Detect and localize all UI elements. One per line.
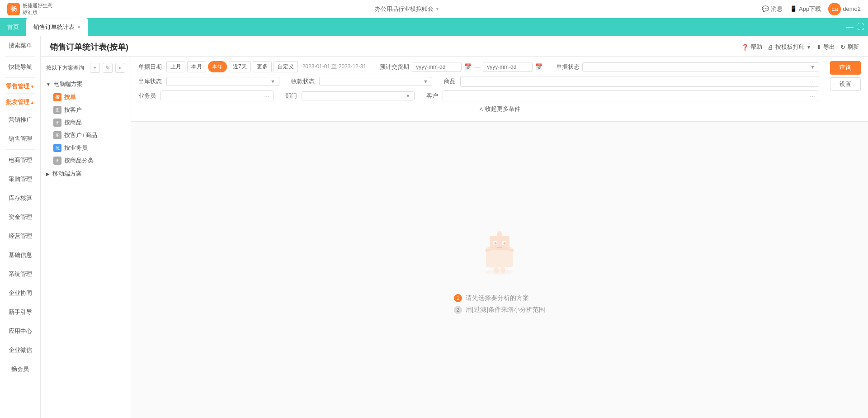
sidebar-item-operations[interactable]: 经营管理	[0, 227, 40, 246]
expected-date-from[interactable]	[412, 62, 462, 72]
goods-more-icon[interactable]: ···	[810, 78, 815, 85]
collapse-row[interactable]: ∧ 收起更多条件	[138, 101, 861, 117]
payment-select[interactable]: ▼	[319, 77, 432, 86]
tree-mobile-expand-icon: ▶	[46, 171, 50, 176]
sidebar-item-search[interactable]: 搜索菜单	[0, 36, 40, 55]
tip-1-num: 1	[454, 294, 462, 302]
tree-pc-schemes[interactable]: ▼ 电脑端方案	[44, 77, 127, 91]
sidebar-item-wechat[interactable]: 企业微信	[0, 341, 40, 360]
customer-input[interactable]: ···	[443, 90, 819, 101]
cal-from-icon[interactable]: 📅	[464, 63, 472, 70]
sidebar-item-retail[interactable]: 零售管理 ▼	[0, 79, 40, 92]
add-scheme-button[interactable]: +	[90, 63, 100, 73]
shipment-select[interactable]: ▼	[166, 77, 279, 86]
left-panel-title: 按以下方案查询	[46, 64, 84, 72]
tip-2-text: 用[过滤]条件来缩小分析范围	[466, 306, 545, 314]
date-last-month-btn[interactable]: 上月	[166, 61, 185, 72]
minimize-icon[interactable]: —	[846, 23, 854, 31]
goods-label: 商品	[444, 77, 456, 86]
date-this-year-btn[interactable]: 本年	[208, 61, 227, 72]
salesperson-input[interactable]: ···	[160, 90, 274, 101]
tree-child-by-customer-goods[interactable]: 图 按客户+商品	[52, 129, 127, 142]
tree-child-by-customer[interactable]: 图 按客户	[52, 104, 127, 116]
date-custom-btn[interactable]: 自定义	[274, 61, 298, 72]
export-button[interactable]: ⬇ 导出	[816, 43, 835, 51]
tree-child-by-goods[interactable]: 图 按商品	[52, 116, 127, 129]
svg-point-0	[486, 269, 513, 275]
sidebar-item-app-center[interactable]: 应用中心	[0, 322, 40, 341]
date-this-month-btn[interactable]: 本月	[187, 61, 206, 72]
sidebar-item-marketing[interactable]: 营销推广	[0, 110, 40, 129]
left-panel-actions: + ✎ «	[90, 63, 125, 73]
collapse-panel-button[interactable]: «	[115, 63, 125, 73]
empty-tips: 1 请先选择要分析的方案 2 用[过滤]条件来缩小分析范围	[454, 294, 545, 318]
sidebar-item-system[interactable]: 系统管理	[0, 265, 40, 284]
sidebar-item-enterprise-collab[interactable]: 企业协同	[0, 284, 40, 303]
print-arrow-icon: ▼	[807, 45, 811, 50]
avatar: Ea	[828, 3, 841, 15]
tree-mobile-label: 移动端方案	[52, 170, 82, 178]
template-print-button[interactable]: 🖨 按模板打印 ▼	[768, 43, 811, 51]
tab-close-icon[interactable]: ×	[77, 24, 80, 30]
sidebar: 搜索菜单 快捷导航 零售管理 ▼ 批发管理 ▲ 营销推广 销售管理 电商管理 采…	[0, 36, 41, 418]
expected-date-to[interactable]	[483, 62, 533, 72]
sidebar-item-finance[interactable]: 资金管理	[0, 208, 40, 227]
tree-parent-label: 电脑端方案	[53, 80, 83, 88]
nav-tabs: 首页 销售订单统计表 × — ⛶	[0, 18, 868, 36]
svg-rect-7	[497, 247, 502, 248]
date-range-display: 2023-01-01 至 2023-12-31	[302, 63, 366, 71]
tree-child-by-category[interactable]: 图 按商品分类	[52, 154, 127, 167]
tab-home[interactable]: 首页	[0, 18, 26, 36]
query-button[interactable]: 查询	[830, 61, 861, 75]
left-panel: 按以下方案查询 + ✎ « ▼ 电脑端方案 按	[41, 57, 131, 418]
app-download-button[interactable]: 📱 App下载	[790, 5, 821, 13]
filter-row-2: 出库状态 ▼ 收款状态 ▼ 商品	[138, 76, 819, 87]
date-last7-btn[interactable]: 近7天	[229, 61, 251, 72]
main-layout: 搜索菜单 快捷导航 零售管理 ▼ 批发管理 ▲ 营销推广 销售管理 电商管理 采…	[0, 36, 868, 418]
sidebar-item-guide[interactable]: 新手引导	[0, 303, 40, 322]
message-button[interactable]: 💬 消息	[762, 5, 783, 13]
expected-date-label: 预计交货期	[380, 63, 409, 71]
status-select[interactable]: ▼	[582, 62, 819, 71]
empty-illustration	[472, 222, 527, 285]
page-header: 销售订单统计表(按单) ❓ 帮助 🖨 按模板打印 ▼ ⬇ 导出 ↻ 刷新	[41, 36, 868, 57]
app-title-area[interactable]: 办公用品行业模拟账套 ▼	[375, 5, 440, 13]
refresh-icon: ↻	[840, 44, 845, 51]
username: demo2	[843, 5, 861, 12]
svg-rect-9	[509, 249, 514, 252]
tree-mobile-schemes[interactable]: ▶ 移动端方案	[44, 167, 127, 180]
filter-row-3: 业务员 ··· 部门 ▼ 客户	[138, 90, 819, 101]
dept-select[interactable]: ▼	[302, 91, 415, 100]
refresh-button[interactable]: ↻ 刷新	[840, 43, 859, 51]
tab-sales-order-stats[interactable]: 销售订单统计表 ×	[26, 18, 88, 36]
sidebar-item-sales[interactable]: 销售管理	[0, 129, 40, 148]
svg-point-6	[504, 242, 506, 245]
maximize-icon[interactable]: ⛶	[857, 23, 864, 31]
scheme-label-goods: 按商品	[64, 119, 82, 127]
customer-more-icon[interactable]: ···	[810, 92, 815, 100]
sidebar-item-basic-info[interactable]: 基础信息	[0, 246, 40, 265]
tip-2-num: 2	[454, 306, 462, 314]
sidebar-item-purchase[interactable]: 采购管理	[0, 170, 40, 189]
logo-icon: 畅	[7, 3, 20, 15]
top-bar-right: 💬 消息 📱 App下载 Ea demo2	[762, 3, 861, 15]
sidebar-item-ecommerce[interactable]: 电商管理	[0, 151, 40, 170]
help-button[interactable]: ❓ 帮助	[741, 43, 762, 51]
sidebar-item-inventory[interactable]: 库存核算	[0, 189, 40, 208]
svg-rect-11	[500, 267, 505, 273]
goods-input[interactable]: ···	[460, 76, 819, 87]
edit-scheme-button[interactable]: ✎	[103, 63, 113, 73]
sidebar-item-member[interactable]: 畅会员	[0, 360, 40, 379]
cal-to-icon[interactable]: 📅	[535, 63, 542, 70]
date-more-btn[interactable]: 更多	[253, 61, 272, 72]
expected-date-group: 预计交货期 📅 — 📅	[380, 62, 542, 72]
tree-child-by-salesperson[interactable]: 统 按业务员	[52, 142, 127, 154]
salesperson-more-icon[interactable]: ···	[264, 92, 269, 100]
user-menu[interactable]: Ea demo2	[828, 3, 861, 15]
tree-child-by-order[interactable]: 按 按单	[52, 91, 127, 104]
settings-button[interactable]: 设置	[830, 77, 861, 91]
filter-section: 单据日期 上月 本月 本年 近7天 更多 自定义 2023-01-01 至 20…	[131, 57, 868, 122]
sidebar-item-wholesale[interactable]: 批发管理 ▲	[0, 95, 40, 108]
sidebar-item-shortcuts[interactable]: 快捷导航	[0, 57, 40, 76]
tip-1-text: 请先选择要分析的方案	[466, 294, 529, 302]
